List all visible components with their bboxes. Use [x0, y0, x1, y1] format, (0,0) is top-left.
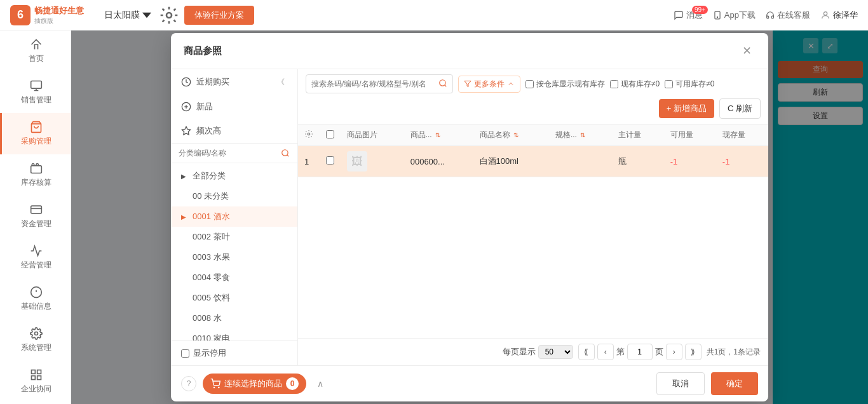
modal-footer: ? 连续选择的商品 0 ∧ 取消 确定	[171, 365, 768, 401]
sidebar-item-purchase[interactable]: 采购管理	[0, 113, 71, 154]
category-00[interactable]: 00 未分类	[171, 186, 297, 206]
sidebar-item-inventory[interactable]: 库存核算	[0, 154, 71, 196]
cell-stock: -1	[716, 146, 768, 177]
product-search-button[interactable]	[433, 79, 452, 90]
next-page-button[interactable]: ›	[666, 344, 682, 360]
modal-close-button[interactable]: ✕	[738, 42, 756, 60]
online-service-button[interactable]: 在线客服	[766, 10, 810, 21]
category-0003[interactable]: 0003 水果	[171, 247, 297, 267]
svg-point-31	[440, 79, 445, 85]
product-table: 商品图片 商品... ⇅ 商品名称 ⇅	[298, 125, 768, 177]
footer-collapse-icon[interactable]: ∧	[313, 376, 328, 391]
nonzero-stock-checkbox[interactable]	[610, 80, 618, 88]
svg-rect-7	[31, 206, 42, 213]
product-table-area: 商品图片 商品... ⇅ 商品名称 ⇅	[298, 125, 768, 338]
category-search-icon[interactable]	[281, 149, 290, 158]
svg-point-35	[214, 387, 214, 387]
col-name[interactable]: 商品名称 ⇅	[473, 125, 549, 146]
toolbar-right: + 新增商品 C 刷新	[659, 98, 761, 119]
sidebar: 首页 销售管理 采购管理 库存核算 资金管理 经营管理 基础信息 系统管理	[0, 30, 71, 404]
available-nonzero-checkbox[interactable]	[665, 80, 673, 88]
table-row[interactable]: 1 🖼 000600... 白酒100ml	[298, 146, 768, 177]
select-all-checkbox[interactable]	[326, 130, 334, 138]
system-icon	[30, 327, 43, 340]
sidebar-item-system[interactable]: 系统管理	[0, 320, 71, 361]
prev-page-button[interactable]: ‹	[597, 344, 614, 360]
warehouse-stock-option[interactable]: 按仓库显示现有库存	[526, 79, 605, 90]
sidebar-item-basic-info[interactable]: 基础信息	[0, 278, 71, 320]
show-disabled-label[interactable]: 显示停用	[193, 347, 226, 359]
page-size-select[interactable]: 50 10 20 100	[538, 345, 573, 359]
add-product-button[interactable]: + 新增商品	[659, 99, 714, 118]
category-0010[interactable]: 0010 家电	[171, 328, 297, 340]
nonzero-stock-option[interactable]: 现有库存≠0	[610, 79, 660, 90]
category-search-box	[171, 143, 297, 163]
cell-checkbox[interactable]	[320, 146, 341, 177]
last-page-button[interactable]: ⟫	[685, 344, 702, 360]
show-disabled-option: 显示停用	[171, 340, 297, 365]
store-selector[interactable]: 日太阳膜	[97, 7, 159, 24]
left-nav-new[interactable]: 新品	[171, 95, 297, 119]
warehouse-stock-checkbox[interactable]	[526, 80, 534, 88]
nav-right: 消息 99+ App下载 在线客服 徐泽华	[674, 10, 858, 21]
message-button[interactable]: 消息 99+	[674, 10, 703, 21]
col-stock: 现存量	[716, 125, 768, 146]
modal-left-panel: 近期购买 《 新品 频次高	[171, 69, 298, 365]
left-nav-recent[interactable]: 近期购买 《	[171, 69, 297, 95]
cancel-button[interactable]: 取消	[656, 372, 705, 395]
show-disabled-checkbox[interactable]	[181, 349, 189, 358]
sidebar-item-home[interactable]: 首页	[0, 30, 71, 72]
svg-rect-16	[37, 376, 41, 380]
category-0002[interactable]: 0002 茶叶	[171, 227, 297, 247]
col-unit[interactable]: 主计量	[612, 125, 664, 146]
sidebar-item-management[interactable]: 经营管理	[0, 237, 71, 278]
info-icon	[30, 286, 43, 299]
first-page-button[interactable]: ⟪	[578, 344, 595, 360]
category-all[interactable]: ▶ 全部分类	[171, 166, 297, 186]
headphone-icon	[766, 11, 775, 20]
col-settings[interactable]	[298, 125, 320, 146]
page-number-input[interactable]	[627, 344, 653, 360]
svg-point-34	[308, 133, 310, 135]
sidebar-item-collab[interactable]: 企业协同	[0, 361, 71, 402]
sidebar-item-finance[interactable]: 资金管理	[0, 196, 71, 237]
svg-marker-33	[465, 81, 471, 87]
main-layout: 首页 销售管理 采购管理 库存核算 资金管理 经营管理 基础信息 系统管理	[0, 30, 868, 404]
cart-button[interactable]: 连续选择的商品 0	[203, 374, 306, 394]
table-header-row: 商品图片 商品... ⇅ 商品名称 ⇅	[298, 125, 768, 146]
product-search-box	[306, 74, 453, 93]
category-tree: ▶ 全部分类 00 未分类 ▶ 0001 酒水	[171, 163, 297, 340]
collapse-left-icon[interactable]: 《	[275, 76, 287, 88]
category-0004[interactable]: 0004 零食	[171, 267, 297, 288]
settings-icon[interactable]	[159, 5, 179, 25]
cart-icon	[210, 379, 220, 389]
svg-rect-4	[31, 81, 42, 89]
page-navigation: ⟪ ‹ 第 页 › ⟫	[578, 344, 702, 360]
cell-unit: 瓶	[612, 146, 664, 177]
available-nonzero-option[interactable]: 可用库存≠0	[665, 79, 714, 90]
modal-toolbar: 更多条件 按仓库显示现有库存 现有库存≠0	[298, 69, 768, 125]
app-download-button[interactable]: App下载	[713, 10, 756, 21]
user-menu[interactable]: 徐泽华	[820, 10, 858, 21]
refresh-button[interactable]: C 刷新	[719, 98, 761, 119]
col-available[interactable]: 可用量	[664, 125, 716, 146]
category-0008[interactable]: 0008 水	[171, 308, 297, 328]
cell-code: 000600...	[404, 146, 473, 177]
left-nav-frequent[interactable]: 频次高	[171, 119, 297, 143]
cell-name: 白酒100ml	[473, 146, 549, 177]
sidebar-item-sales[interactable]: 销售管理	[0, 72, 71, 113]
confirm-button[interactable]: 确定	[711, 372, 758, 395]
more-filter-button[interactable]: 更多条件	[458, 76, 520, 93]
category-0005[interactable]: 0005 饮料	[171, 288, 297, 308]
product-search-input[interactable]	[306, 79, 433, 88]
table-settings-icon[interactable]	[304, 130, 313, 138]
category-search-input[interactable]	[179, 149, 277, 158]
trial-button[interactable]: 体验行业方案	[184, 6, 254, 25]
category-0001[interactable]: ▶ 0001 酒水	[171, 206, 297, 227]
svg-line-32	[445, 84, 447, 86]
help-button[interactable]: ?	[181, 376, 196, 391]
row-checkbox[interactable]	[326, 156, 334, 165]
col-spec[interactable]: 规格... ⇅	[549, 125, 612, 146]
col-code[interactable]: 商品... ⇅	[404, 125, 473, 146]
main-content: ✕ ⤢ 查询 刷新 设置 商品参照 ✕	[71, 30, 868, 404]
